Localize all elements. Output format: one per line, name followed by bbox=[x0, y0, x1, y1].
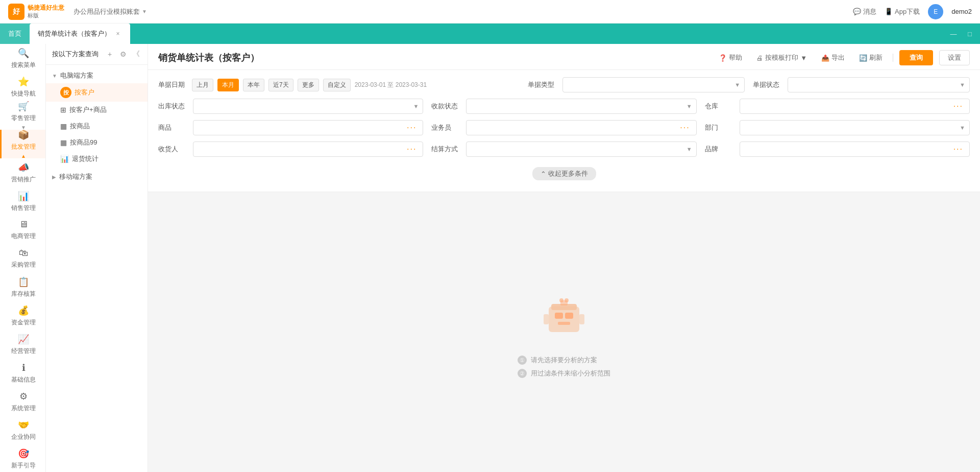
product-cell: 商品 ··· bbox=[158, 120, 423, 135]
industry-selector[interactable]: 办公用品行业模拟账套 ▼ bbox=[69, 5, 151, 18]
product-dots-icon[interactable]: ··· bbox=[405, 123, 419, 132]
sidebar-item-purchase[interactable]: 🛍 采购管理 bbox=[0, 244, 45, 273]
sidebar-item-finance[interactable]: 💰 资金管理 bbox=[0, 301, 45, 330]
svg-rect-3 bbox=[558, 322, 570, 325]
grid-icon: ⊞ bbox=[60, 106, 66, 114]
operations-icon: 📈 bbox=[18, 334, 29, 345]
out-status-cell: 出库状态 ▼ bbox=[158, 99, 423, 114]
sidebar-item-ecommerce[interactable]: 🖥 电商管理 bbox=[0, 216, 45, 244]
tab-close-icon[interactable]: × bbox=[114, 30, 122, 38]
tree-item-by-product99[interactable]: ▦ 按商品99 bbox=[46, 134, 148, 151]
salesperson-input[interactable]: ··· bbox=[466, 120, 696, 135]
svg-rect-2 bbox=[565, 313, 573, 319]
page-header: 销货单统计表（按客户） ❓ 帮助 🖨 按模板打印 ▼ 📤 导出 bbox=[148, 44, 980, 70]
date-btn-7days[interactable]: 近7天 bbox=[268, 79, 293, 91]
cooperation-icon: 🤝 bbox=[18, 419, 29, 431]
out-status-select[interactable]: ▼ bbox=[193, 99, 423, 114]
empty-hint-2: ② 用过滤条件来缩小分析范围 bbox=[518, 369, 610, 378]
collapse-btn[interactable]: ⌃ 收起更多条件 bbox=[532, 167, 596, 180]
settlement-cell: 结算方式 ▼ bbox=[431, 141, 696, 157]
brand-input[interactable]: ··· bbox=[740, 141, 970, 157]
finance-icon: 💰 bbox=[18, 305, 29, 316]
basic-icon: ℹ bbox=[22, 362, 26, 373]
warehouse-input[interactable]: ··· bbox=[740, 99, 970, 114]
message-action[interactable]: 💬 消息 bbox=[853, 7, 876, 16]
empty-illustration bbox=[533, 286, 595, 347]
receiver-dots-icon[interactable]: ··· bbox=[405, 145, 419, 154]
mobile-group-header[interactable]: ▶ 移动端方案 bbox=[46, 169, 148, 184]
tab-maximize-btn[interactable]: □ bbox=[964, 28, 976, 40]
tab-sales-stats[interactable]: 销货单统计表（按客户） × bbox=[30, 23, 130, 44]
status-select[interactable]: ▼ bbox=[788, 77, 970, 92]
query-btn[interactable]: 查询 bbox=[899, 50, 933, 65]
empty-state: ① 请先选择要分析的方案 ② 用过滤条件来缩小分析范围 bbox=[148, 192, 980, 472]
ecommerce-icon: 🖥 bbox=[19, 219, 28, 230]
date-btn-custom[interactable]: 自定义 bbox=[323, 79, 351, 91]
brand-dots-icon[interactable]: ··· bbox=[951, 145, 965, 154]
filter-row-1: 单据日期 上月 本月 本年 近7天 更多 自定义 2023-03-01 至 20… bbox=[158, 77, 970, 92]
sidebar-item-search[interactable]: 🔍 搜索菜单 bbox=[0, 44, 45, 73]
payment-status-select[interactable]: ▼ bbox=[466, 99, 696, 114]
type-label: 单据类型 bbox=[528, 80, 558, 89]
product-input[interactable]: ··· bbox=[193, 120, 423, 135]
tab-minimize-btn[interactable]: — bbox=[947, 28, 960, 40]
type-select[interactable]: ▼ bbox=[562, 77, 745, 92]
tree-item-customer-product[interactable]: ⊞ 按客户+商品 bbox=[46, 102, 148, 118]
svg-rect-4 bbox=[544, 314, 549, 324]
user-name[interactable]: demo2 bbox=[951, 8, 972, 15]
collapse-panel-btn[interactable]: 《 bbox=[131, 49, 141, 59]
sidebar-item-shortcut[interactable]: ⭐ 快捷导航 bbox=[0, 73, 45, 101]
date-btn-this-month[interactable]: 本月 bbox=[217, 79, 239, 91]
sidebar-item-operations[interactable]: 📈 经营管理 bbox=[0, 330, 45, 359]
wholesale-icon: 📦 bbox=[18, 129, 29, 140]
svg-rect-9 bbox=[560, 300, 568, 305]
department-cell: 部门 ▼ bbox=[705, 120, 970, 135]
department-select[interactable]: ▼ bbox=[740, 120, 970, 135]
inventory-icon: 📋 bbox=[18, 276, 29, 288]
warehouse-dots-icon[interactable]: ··· bbox=[951, 102, 965, 111]
desktop-group-header[interactable]: ▼ 电脑端方案 bbox=[46, 68, 148, 83]
sidebar-item-sales[interactable]: 📊 销售管理 bbox=[0, 187, 45, 216]
salesperson-dots-icon[interactable]: ··· bbox=[678, 123, 692, 132]
date-label: 单据日期 bbox=[158, 80, 189, 89]
settings-scheme-btn[interactable]: ⚙ bbox=[118, 49, 128, 59]
department-label: 部门 bbox=[705, 123, 736, 132]
sidebar-item-inventory[interactable]: 📋 库存核算 bbox=[0, 273, 45, 301]
date-btn-last-month[interactable]: 上月 bbox=[192, 79, 213, 91]
add-scheme-btn[interactable]: + bbox=[105, 49, 115, 59]
retail-icon: 🛒 bbox=[18, 101, 29, 112]
print-icon: 🖨 bbox=[756, 54, 763, 62]
date-btn-this-year[interactable]: 本年 bbox=[243, 79, 264, 91]
payment-status-label: 收款状态 bbox=[431, 102, 462, 111]
search-icon: 🔍 bbox=[18, 48, 29, 59]
export-btn[interactable]: 📤 导出 bbox=[817, 51, 849, 64]
export-icon: 📤 bbox=[821, 54, 829, 62]
sidebar-item-retail[interactable]: 🛒 零售管理 ▼ bbox=[0, 101, 45, 130]
sidebar-item-cooperation[interactable]: 🤝 企业协同 bbox=[0, 416, 45, 444]
refresh-btn[interactable]: 🔄 刷新 bbox=[855, 51, 887, 64]
tab-home[interactable]: 首页 bbox=[0, 23, 30, 44]
sidebar-item-marketing[interactable]: 📣 营销推广 bbox=[0, 158, 45, 187]
help-icon: ❓ bbox=[719, 54, 727, 62]
sidebar-item-newbie[interactable]: 🎯 新手引导 bbox=[0, 444, 45, 472]
date-btn-more[interactable]: 更多 bbox=[298, 79, 319, 91]
help-btn[interactable]: ❓ 帮助 bbox=[715, 51, 746, 64]
sidebar-item-system[interactable]: ⚙ 系统管理 bbox=[0, 387, 45, 416]
content-area: 按以下方案查询 + ⚙ 《 ▼ 电脑端方案 按 按客户 bbox=[46, 44, 980, 472]
receiver-input[interactable]: ··· bbox=[193, 141, 423, 157]
tree-item-by-customer[interactable]: 按 按客户 bbox=[46, 83, 148, 102]
settlement-select[interactable]: ▼ bbox=[466, 141, 696, 157]
template-print-btn[interactable]: 🖨 按模板打印 ▼ bbox=[752, 51, 811, 64]
app-download-action[interactable]: 📱 App下载 bbox=[885, 7, 920, 16]
status-label: 单据状态 bbox=[753, 80, 783, 89]
page-title: 销货单统计表（按客户） bbox=[158, 52, 259, 64]
empty-hints: ① 请先选择要分析的方案 ② 用过滤条件来缩小分析范围 bbox=[518, 356, 610, 378]
settings-btn[interactable]: 设置 bbox=[939, 50, 970, 65]
sidebar-item-basic[interactable]: ℹ 基础信息 bbox=[0, 359, 45, 387]
date-options-group: 上月 本月 本年 近7天 更多 自定义 2023-03-01 至 2023-03… bbox=[192, 79, 520, 91]
sidebar-item-wholesale[interactable]: 📦 批发管理 ▲ bbox=[0, 130, 45, 158]
tree-item-return-stats[interactable]: 📊 退货统计 bbox=[46, 151, 148, 167]
print-arrow-icon: ▼ bbox=[800, 54, 807, 62]
tree-item-by-product[interactable]: ▦ 按商品 bbox=[46, 118, 148, 134]
settlement-arrow-icon: ▼ bbox=[687, 146, 692, 152]
